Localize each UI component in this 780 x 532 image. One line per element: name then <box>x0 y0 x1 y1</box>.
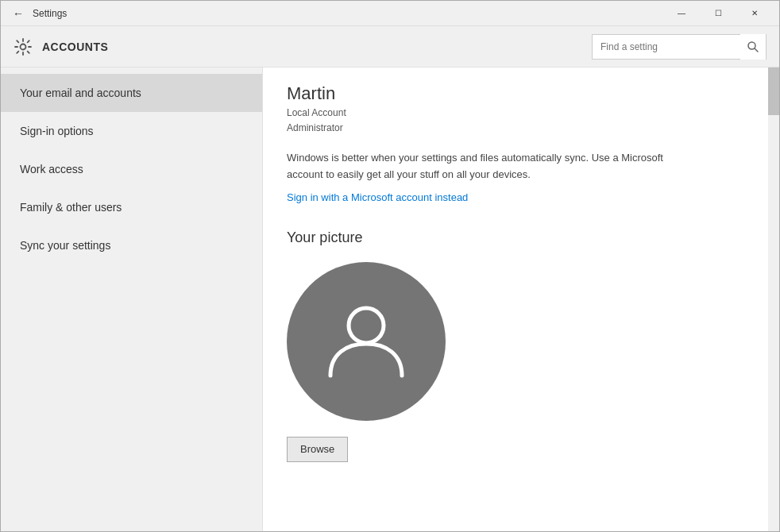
search-input[interactable] <box>593 41 740 52</box>
sidebar-item-your-email[interactable]: Your email and accounts <box>1 74 262 112</box>
titlebar-back-button[interactable]: ← <box>7 2 29 25</box>
titlebar-title: Settings <box>33 8 663 19</box>
search-box <box>592 34 766 60</box>
sync-message: Windows is better when your settings and… <box>287 150 668 183</box>
search-button[interactable] <box>740 34 766 60</box>
user-type-line1: Local Account <box>287 106 755 121</box>
sidebar-item-work-access[interactable]: Work access <box>1 150 262 188</box>
user-name: Martin <box>287 83 755 104</box>
titlebar-controls: — ☐ ✕ <box>663 1 773 26</box>
svg-point-0 <box>21 44 26 49</box>
scrollbar-thumb[interactable] <box>768 67 779 115</box>
close-button[interactable]: ✕ <box>736 1 773 26</box>
avatar <box>287 262 446 421</box>
accounts-gear-icon <box>14 37 33 56</box>
header-bar: ACCOUNTS <box>1 26 779 67</box>
settings-window: ← Settings — ☐ ✕ ACCOUNTS <box>0 0 780 532</box>
minimize-button[interactable]: — <box>663 1 700 26</box>
titlebar: ← Settings — ☐ ✕ <box>1 1 779 26</box>
sidebar-item-family[interactable]: Family & other users <box>1 188 262 226</box>
main-area: Your email and accounts Sign-in options … <box>1 67 779 531</box>
sidebar: Your email and accounts Sign-in options … <box>1 67 263 531</box>
picture-section-title: Your picture <box>287 229 755 246</box>
sign-in-link[interactable]: Sign in with a Microsoft account instead <box>287 191 468 203</box>
scrollbar-track[interactable] <box>768 67 779 531</box>
avatar-container: Browse <box>287 262 755 462</box>
header-title: ACCOUNTS <box>42 40 592 53</box>
svg-point-3 <box>349 308 384 343</box>
browse-button[interactable]: Browse <box>287 437 348 462</box>
sidebar-item-sign-in[interactable]: Sign-in options <box>1 112 262 150</box>
svg-line-2 <box>755 48 758 52</box>
content-area: Martin Local Account Administrator Windo… <box>263 67 779 531</box>
user-type-line2: Administrator <box>287 121 755 136</box>
user-avatar-icon <box>319 292 414 391</box>
sidebar-item-sync[interactable]: Sync your settings <box>1 226 262 264</box>
maximize-button[interactable]: ☐ <box>700 1 736 26</box>
